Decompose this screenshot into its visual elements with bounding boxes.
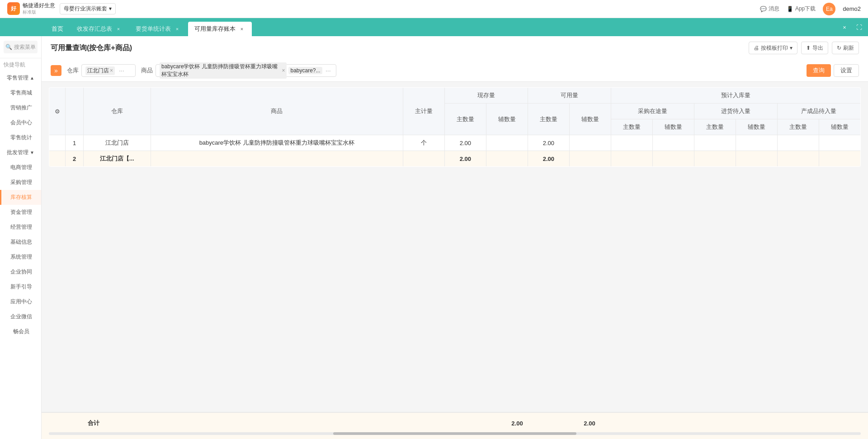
message-button[interactable]: 💬 消息 [760, 5, 779, 13]
logo-sub: 标准版 [23, 9, 55, 15]
scrollbar-thumb[interactable] [333, 432, 577, 435]
row2-product [151, 151, 403, 167]
product-filter-label: 商品 [141, 66, 153, 75]
warehouse-filter-input[interactable]: 江北门店 × ··· [81, 64, 136, 77]
industry-selector[interactable]: 母婴行业演示账套 [60, 3, 116, 14]
sidebar-item-ecommerce-mgmt[interactable]: 电商管理 [0, 160, 41, 175]
warehouse-filter-label: 仓库 [67, 66, 79, 75]
tab-home-label: 首页 [52, 25, 63, 33]
col-available-main-header: 主数量 [528, 104, 569, 135]
row1-inbound-aux [736, 135, 777, 151]
product-filter-input[interactable]: babycare学饮杯 儿童防摔防撞吸管杯重力球吸嘴杯宝宝水杯 × babyca… [156, 64, 336, 77]
sidebar-item-wholesale-mgmt[interactable]: 批发管理 ▼ [0, 145, 41, 160]
sidebar-item-purchase-mgmt[interactable]: 采购管理 [0, 175, 41, 190]
app-icon: 📱 [787, 6, 793, 12]
product-tag1: babycare学饮杯 儿童防摔防撞吸管杯重力球吸嘴杯宝宝水杯 × [160, 62, 287, 79]
col-gear-header[interactable]: ⚙ [49, 88, 66, 135]
tab-maximize-button[interactable]: ⛶ [854, 22, 864, 33]
tab-receive-summary[interactable]: 收发存汇总表 × [71, 22, 128, 36]
avatar[interactable]: Ea [823, 3, 835, 15]
product-more-icon[interactable]: ··· [324, 66, 332, 76]
filter-expand-button[interactable]: » [51, 65, 61, 76]
sidebar-item-member-center[interactable]: 会员中心 [0, 115, 41, 130]
row1-inbound-main [694, 135, 736, 151]
warehouse-tag-close-icon[interactable]: × [110, 67, 113, 74]
query-button[interactable]: 查询 [807, 64, 831, 77]
row1-current-main: 2.00 [444, 135, 486, 151]
enterprise-collab-label: 企业协同 [10, 269, 32, 275]
export-icon: ⬆ [806, 45, 811, 51]
sidebar: 🔍 搜索菜单 快捷导航 零售管理 ▲ 零售商城 营销推广 会员中心 零售统计 批… [0, 36, 42, 439]
tab-close-all-button[interactable]: × [839, 22, 850, 33]
logo-text: 畅捷通好生意 [23, 2, 55, 9]
table-row: 1 江北门店 babycare学饮杯 儿童防摔防撞吸管杯重力球吸嘴杯宝宝水杯 个… [49, 135, 861, 151]
row1-production-aux [819, 135, 860, 151]
tab-order-stats[interactable]: 要货单统计表 × [129, 22, 187, 36]
sidebar-item-vip-member[interactable]: 畅会员 [0, 324, 41, 339]
sidebar-item-new-guide[interactable]: 新手引导 [0, 279, 41, 294]
sidebar-item-app-center[interactable]: 应用中心 [0, 294, 41, 309]
logo-icon: 好 [7, 2, 20, 15]
sidebar-item-retail-mgmt[interactable]: 零售管理 ▲ [0, 71, 41, 85]
tab-bar: 首页 收发存汇总表 × 要货单统计表 × 可用量库存账本 × × ⛶ [0, 18, 868, 36]
row2-inbound-main [694, 151, 736, 167]
footer-product-cell [194, 416, 472, 430]
col-available-header: 可用量 [528, 88, 611, 104]
sidebar-item-retail-mall[interactable]: 零售商城 [0, 85, 41, 100]
row2-gear [49, 151, 66, 167]
horizontal-scrollbar[interactable] [49, 432, 861, 435]
purchase-mgmt-label: 采购管理 [10, 179, 32, 185]
row2-production-aux [819, 151, 860, 167]
col-production-main-header: 主数量 [777, 119, 819, 135]
warehouse-more-icon[interactable]: ··· [117, 66, 127, 76]
product-filter-group: 商品 babycare学饮杯 儿童防摔防撞吸管杯重力球吸嘴杯宝宝水杯 × bab… [141, 64, 336, 77]
tab-home[interactable]: 首页 [45, 22, 70, 36]
tab-receive-summary-close[interactable]: × [115, 25, 122, 33]
sidebar-item-inventory-check[interactable]: 库存核算 [0, 190, 41, 205]
tab-available-stock-close[interactable]: × [238, 25, 245, 33]
row1-current-aux [486, 135, 528, 151]
table-row-subtotal: 2 江北门店【... 2.00 2.00 [49, 151, 861, 167]
member-center-label: 会员中心 [10, 119, 32, 126]
sidebar-search-button[interactable]: 🔍 搜索菜单 [4, 41, 38, 53]
product-tag1-value: babycare学饮杯 儿童防摔防撞吸管杯重力球吸嘴杯宝宝水杯 [161, 63, 281, 78]
refresh-button[interactable]: ↻ 刷新 [832, 42, 859, 54]
export-button[interactable]: ⬆ 导出 [801, 42, 828, 54]
wholesale-mgmt-label: 批发管理 [7, 149, 28, 156]
marketing-label: 营销推广 [10, 104, 32, 111]
sidebar-item-marketing[interactable]: 营销推广 [0, 100, 41, 115]
footer-gear-cell [49, 416, 65, 430]
app-download-button[interactable]: 📱 App下载 [787, 5, 816, 13]
row1-main-unit: 个 [403, 135, 444, 151]
tab-receive-summary-label: 收发存汇总表 [77, 25, 112, 33]
vip-member-label: 畅会员 [13, 328, 29, 335]
template-print-button[interactable]: 🖨 按模板打印 [749, 42, 797, 54]
footer-production-aux [825, 416, 861, 430]
sidebar-item-basic-info[interactable]: 基础信息 [0, 235, 41, 250]
sidebar-item-operation-mgmt[interactable]: 经营管理 [0, 220, 41, 235]
row1-purchase-aux [652, 135, 694, 151]
sidebar-item-system-mgmt[interactable]: 系统管理 [0, 250, 41, 264]
tab-available-stock[interactable]: 可用量库存账本 × [188, 22, 252, 36]
tab-order-stats-close[interactable]: × [174, 25, 181, 33]
sidebar-item-capital-mgmt[interactable]: 资金管理 [0, 205, 41, 220]
setting-button[interactable]: 设置 [834, 64, 859, 77]
footer-purchase-aux [680, 416, 716, 430]
row1-no: 1 [66, 135, 84, 151]
col-production-pending-header: 产成品待入量 [777, 104, 860, 119]
chevron-icon: ▲ [30, 76, 34, 80]
sidebar-item-enterprise-wechat[interactable]: 企业微信 [0, 309, 41, 324]
chevron-down-icon2: ▼ [30, 150, 34, 155]
user-name[interactable]: demo2 [843, 5, 861, 12]
product-tag1-close-icon[interactable]: × [282, 67, 285, 74]
footer-purchase-main [644, 416, 680, 430]
row1-gear [49, 135, 66, 151]
new-guide-label: 新手引导 [10, 283, 32, 290]
gear-icon[interactable]: ⚙ [55, 108, 60, 115]
footer-available-aux [608, 416, 644, 430]
export-label: 导出 [812, 44, 823, 52]
sidebar-item-retail-stats[interactable]: 零售统计 [0, 130, 41, 145]
col-purchase-main-header: 主数量 [611, 119, 652, 135]
sidebar-item-enterprise-collab[interactable]: 企业协同 [0, 264, 41, 279]
ecommerce-mgmt-label: 电商管理 [10, 164, 32, 170]
